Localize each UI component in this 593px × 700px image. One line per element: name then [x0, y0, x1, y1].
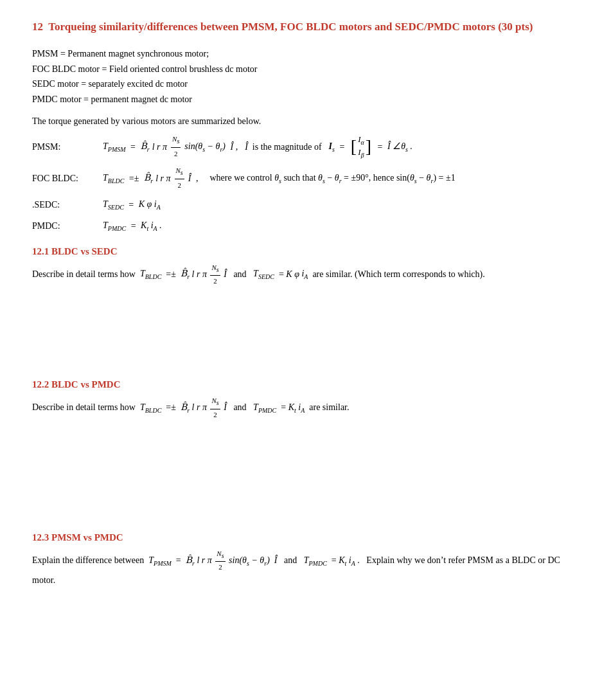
- pmdc-formula: TPMDC = Kt iA .: [103, 217, 162, 235]
- page-title: 12 Torqueing similarity/differences betw…: [32, 19, 561, 35]
- page-container: 12 Torqueing similarity/differences betw…: [32, 19, 561, 588]
- foc-bldc-label: FOC BLDC:: [32, 170, 103, 186]
- pmsm-label: PMSM:: [32, 139, 103, 155]
- pmdc-label: PMDC:: [32, 218, 103, 234]
- answer-space-12-2: [32, 424, 561, 521]
- def-pmsm: PMSM = Permanent magnet synchronous moto…: [32, 46, 561, 62]
- subsection-12-1-text: Describe in detail terms how TBLDC =± B̂…: [32, 262, 561, 287]
- def-sedc: SEDC motor = separately excited dc motor: [32, 76, 561, 92]
- torque-intro: The torque generated by various motors a…: [32, 116, 561, 127]
- definitions-block: PMSM = Permanent magnet synchronous moto…: [32, 46, 561, 107]
- def-foc: FOC BLDC motor = Field oriented control …: [32, 62, 561, 77]
- pmdc-formula-row: PMDC: TPMDC = Kt iA .: [32, 217, 561, 235]
- subsection-12-1-title: 12.1 BLDC vs SEDC: [32, 246, 561, 257]
- foc-bldc-formula-row: FOC BLDC: TBLDC =± B̂r l r π Ns 2 Î , wh…: [32, 165, 561, 192]
- formulas-block: PMSM: TPMSM = B̂r l r π Ns 2 sin(θs − θr…: [32, 133, 561, 235]
- subsection-12-2-text: Describe in detail terms how TBLDC =± B̂…: [32, 395, 561, 420]
- subsection-12-2-title: 12.2 BLDC vs PMDC: [32, 379, 561, 390]
- subsection-12-3-title: 12.3 PMSM vs PMDC: [32, 532, 561, 543]
- subsection-12-3-text: Explain the difference between TPMSM = B…: [32, 548, 561, 588]
- sedc-formula: TSEDC = K φ iA: [103, 196, 161, 213]
- answer-space-12-1: [32, 291, 561, 368]
- def-pmdc: PMDC motor = permanent magnet dc motor: [32, 92, 561, 107]
- pmsm-formula: TPMSM = B̂r l r π Ns 2 sin(θs − θr) Î , …: [103, 133, 412, 161]
- sedc-label: .SEDC:: [32, 197, 103, 213]
- sedc-formula-row: .SEDC: TSEDC = K φ iA: [32, 196, 561, 213]
- foc-bldc-formula: TBLDC =± B̂r l r π Ns 2 Î , where we con…: [103, 165, 456, 192]
- pmsm-formula-row: PMSM: TPMSM = B̂r l r π Ns 2 sin(θs − θr…: [32, 133, 561, 161]
